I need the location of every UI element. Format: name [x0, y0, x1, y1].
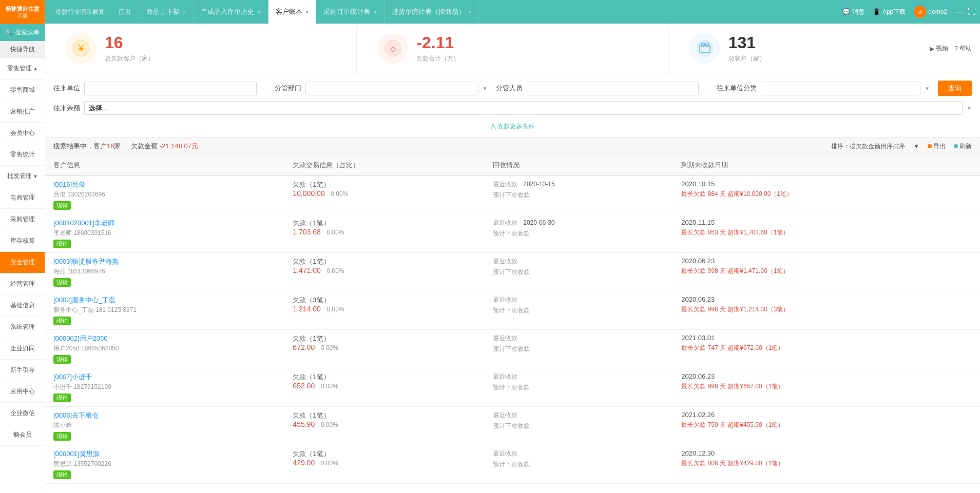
maximize-btn[interactable]: ⛶ [968, 7, 976, 16]
cell-customer-6: [0006]去下粮仓 陈小希 现销 [45, 407, 284, 445]
tab-product-listing[interactable]: 商品上下架 × [139, 0, 194, 24]
customer-name-7[interactable]: [000001]黄思源 [53, 449, 276, 459]
sidebar-item-wechat[interactable]: 企业微信 [0, 403, 45, 424]
dept-input[interactable] [305, 82, 478, 95]
overdue-amount-1[interactable]: 超期¥1,703.68（1笔） [727, 229, 789, 236]
sidebar-item-wholesale[interactable]: 批发管理 ▼ [0, 166, 45, 187]
source-unit-dots[interactable]: ··· [261, 85, 266, 92]
col-debt-info: 欠款交易信息（占比） [284, 155, 484, 175]
customer-name-4[interactable]: [000002]用户2050 [53, 334, 276, 343]
cell-recovery-4: 最近收款 预计下次收款 [485, 330, 674, 368]
debt-amount-icon: ◇ [377, 33, 408, 64]
overdue-amount-2[interactable]: 超期¥1,471.00（1笔） [727, 267, 789, 274]
tab-close-icon-4[interactable]: × [373, 9, 376, 15]
tab-purchase-stats[interactable]: 采购订单统计表 × [316, 0, 384, 24]
due-overdue-2[interactable]: 最长欠款 998 天 超期¥1,471.00（1笔） [681, 267, 972, 275]
cell-debt-7: 欠款（1笔） 429.00 0.00% [284, 445, 484, 484]
tab-customer-ledger-label: 客户账本 [276, 7, 302, 16]
sidebar-item-purchase[interactable]: 采购管理 [0, 209, 45, 230]
customer-name-5[interactable]: [0007]小进千 [53, 372, 276, 382]
due-date-4: 2021.03.01 [681, 334, 972, 342]
sidebar: 畅捷通好生意 示服 🔍 搜索菜单 快捷导航 零售管理 ▲ 零售商城 营销推广 会… [0, 0, 45, 493]
refresh-btn[interactable]: 刷新 [954, 142, 972, 151]
message-btn[interactable]: 💬 消息 [842, 8, 864, 16]
customer-name-0[interactable]: [0016]吕俊 [53, 180, 276, 189]
tab-stock-stats[interactable]: 进货单统计表（按商品） × [385, 0, 479, 24]
overdue-amount-7[interactable]: 超期¥429.00（1笔） [727, 460, 784, 467]
sidebar-item-inventory[interactable]: 库存核算 [0, 230, 45, 252]
export-btn[interactable]: 导出 [928, 142, 946, 151]
due-date-1: 2020.11.15 [681, 219, 972, 226]
tab-production-history[interactable]: 产成品入库单历史 × [194, 0, 268, 24]
source-unit-input[interactable] [84, 82, 257, 95]
due-overdue-3[interactable]: 最长欠款 998 天 超期¥1,214.00（3笔） [681, 305, 972, 314]
sidebar-item-marketing[interactable]: 营销推广 [0, 101, 45, 123]
tab-close-icon-2[interactable]: × [257, 9, 260, 15]
debt-amount-row-0: 10,000.00 0.00% [293, 189, 476, 198]
help-label: 帮助 [959, 44, 972, 53]
sidebar-item-ecommerce[interactable]: 电商管理 [0, 187, 45, 209]
tab-product-listing-label: 商品上下架 [146, 7, 180, 16]
svg-text:◇: ◇ [390, 45, 396, 53]
app-download-btn[interactable]: 📱 App下载 [873, 8, 906, 16]
customer-name-1[interactable]: [0001020001]李老师 [53, 219, 276, 228]
due-overdue-6[interactable]: 最长欠款 750 天 超期¥455.90（1笔） [681, 421, 972, 429]
tab-customer-ledger[interactable]: 客户账本 × [268, 0, 316, 24]
balance-select[interactable]: 选择... [84, 101, 963, 115]
sidebar-item-retail-mall[interactable]: 零售商城 [0, 80, 45, 101]
customer-name-2[interactable]: [0003]畅捷服务尹海燕 [53, 257, 276, 266]
overdue-amount-0[interactable]: 超期¥10,000.00（1笔） [727, 190, 793, 198]
due-overdue-1[interactable]: 最长欠款 853 天 超期¥1,703.68（1笔） [681, 228, 972, 237]
total-customers-label: 总客户（家） [728, 54, 765, 63]
due-overdue-4[interactable]: 最长欠款 747 天 超期¥672.00（1笔） [681, 344, 972, 352]
sidebar-item-guide[interactable]: 新手引导 [0, 360, 45, 381]
overdue-amount-3[interactable]: 超期¥1,214.00（3笔） [727, 306, 789, 313]
sidebar-item-retail-management[interactable]: 零售管理 ▲ [0, 58, 45, 80]
search-button[interactable]: 查询 [938, 81, 972, 96]
user-avatar[interactable]: d demo2 [914, 6, 947, 18]
sidebar-item-retail-stats[interactable]: 零售统计 [0, 144, 45, 166]
tab-close-icon-5[interactable]: × [468, 9, 471, 15]
sidebar-item-finance[interactable]: 资金管理 [0, 252, 45, 273]
app-logo: 畅捷通好生意 示服 [0, 0, 45, 24]
due-overdue-7[interactable]: 最长欠款 808 天 超期¥429.00（1笔） [681, 459, 972, 468]
overdue-amount-5[interactable]: 超期¥652.00（1笔） [727, 383, 784, 390]
unit-category-input[interactable] [761, 82, 920, 95]
sidebar-item-member-center[interactable]: 会员中心 [0, 123, 45, 144]
recovery-label-1: 最近收款 [493, 219, 517, 226]
tab-close-icon[interactable]: × [183, 9, 186, 15]
customer-name-6[interactable]: [0006]去下粮仓 [53, 411, 276, 420]
tab-close-icon-3[interactable]: × [305, 9, 309, 15]
video-btn[interactable]: ▶ 视频 [930, 44, 948, 53]
result-bar: 搜索结果中，客户16家 欠款金额 -21,148.07元 排序：按欠款金额倒序排… [45, 137, 980, 155]
overdue-amount-6[interactable]: 超期¥455.90（1笔） [727, 421, 784, 428]
collapse-btn[interactable]: ⋀ 收起更多条件 [53, 120, 972, 133]
due-overdue-0[interactable]: 最长欠款 884 天 超期¥10,000.00（1笔） [681, 190, 972, 199]
due-overdue-5[interactable]: 最长欠款 998 天 超期¥652.00（1笔） [681, 382, 972, 391]
sidebar-item-app-center[interactable]: 应用中心 [0, 381, 45, 403]
sidebar-item-system[interactable]: 系统管理 [0, 317, 45, 338]
filter-group-manager: 分管人员 ··· [496, 82, 709, 95]
quick-nav-btn[interactable]: 快捷导航 [0, 41, 45, 58]
manager-dots[interactable]: ··· [703, 85, 708, 92]
sidebar-item-enterprise[interactable]: 企业协同 [0, 338, 45, 360]
customer-tag-5: 现销 [53, 393, 71, 402]
sidebar-item-basic-info[interactable]: 基础信息 [0, 295, 45, 317]
tab-home[interactable]: 首页 [111, 0, 139, 24]
manager-input[interactable] [527, 82, 699, 95]
total-customers-value: 131 [728, 33, 765, 52]
sidebar-item-operations[interactable]: 经营管理 [0, 273, 45, 295]
debt-count-6: 欠款（1笔） [293, 411, 476, 420]
customer-name-3[interactable]: [0002]服务中心_丁磊 [53, 295, 276, 305]
overdue-amount-4[interactable]: 超期¥672.00（1笔） [727, 344, 784, 351]
chevron-down-icon-2: ▼ [33, 174, 38, 179]
debt-customers-label: 总欠款客户（家） [105, 54, 154, 63]
message-icon: 💬 [842, 8, 850, 15]
sidebar-item-vip-member[interactable]: 畅会员 [0, 424, 45, 446]
recovery-info-4: 最近收款 [493, 334, 665, 343]
balance-arrow-icon: ▼ [967, 105, 972, 111]
help-btn[interactable]: ? 帮助 [954, 44, 972, 53]
minimize-btn[interactable]: — [955, 7, 964, 16]
debt-amount-row-7: 429.00 0.00% [293, 459, 476, 467]
search-menu-btn[interactable]: 🔍 搜索菜单 [0, 24, 45, 41]
